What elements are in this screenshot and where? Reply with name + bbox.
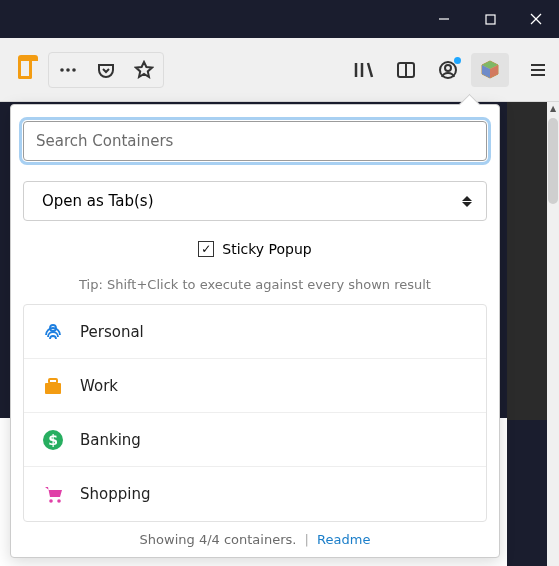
hamburger-icon[interactable] bbox=[523, 55, 553, 85]
container-indicator[interactable] bbox=[6, 53, 44, 87]
background-dark-strip bbox=[507, 102, 547, 420]
readme-link[interactable]: Readme bbox=[317, 532, 370, 547]
container-row-personal[interactable]: Personal bbox=[24, 305, 486, 359]
briefcase-icon bbox=[42, 375, 64, 397]
cart-icon bbox=[42, 483, 64, 505]
window-titlebar bbox=[0, 0, 559, 38]
svg-rect-19 bbox=[49, 379, 57, 383]
scroll-up-icon[interactable]: ▲ bbox=[547, 102, 559, 114]
svg-rect-18 bbox=[45, 383, 61, 394]
pocket-icon[interactable] bbox=[87, 53, 125, 87]
svg-rect-1 bbox=[486, 15, 495, 24]
toolbar-group bbox=[48, 52, 164, 88]
reader-view-icon[interactable] bbox=[387, 53, 425, 87]
tip-text: Tip: Shift+Click to execute against ever… bbox=[23, 277, 487, 292]
svg-point-6 bbox=[72, 68, 76, 72]
container-label: Shopping bbox=[80, 485, 150, 503]
star-icon[interactable] bbox=[125, 53, 163, 87]
container-row-work[interactable]: Work bbox=[24, 359, 486, 413]
overflow-menu-icon[interactable] bbox=[49, 53, 87, 87]
library-icon[interactable] bbox=[345, 53, 383, 87]
scrollbar-thumb[interactable] bbox=[548, 118, 558, 204]
container-row-shopping[interactable]: Shopping bbox=[24, 467, 486, 521]
svg-line-9 bbox=[368, 63, 372, 77]
svg-point-23 bbox=[57, 499, 61, 503]
container-label: Work bbox=[80, 377, 118, 395]
sticky-popup-label: Sticky Popup bbox=[222, 241, 311, 257]
scrollbar-track[interactable]: ▲ bbox=[547, 102, 559, 566]
close-button[interactable] bbox=[513, 0, 559, 38]
svg-point-22 bbox=[49, 499, 53, 503]
notification-dot bbox=[454, 57, 461, 64]
chevron-updown-icon bbox=[462, 196, 472, 207]
container-label: Personal bbox=[80, 323, 144, 341]
containers-popup: Open as Tab(s) ✓ Sticky Popup Tip: Shift… bbox=[10, 104, 500, 558]
containers-list: Personal Work $ Banking Shopping bbox=[23, 304, 487, 522]
fingerprint-icon bbox=[42, 321, 64, 343]
svg-point-4 bbox=[60, 68, 64, 72]
popup-footer: Showing 4/4 containers. | Readme bbox=[23, 532, 487, 547]
account-icon[interactable] bbox=[429, 53, 467, 87]
sticky-popup-row: ✓ Sticky Popup bbox=[23, 241, 487, 257]
footer-status: Showing 4/4 containers. bbox=[140, 532, 297, 547]
select-label: Open as Tab(s) bbox=[42, 192, 154, 210]
page-content: ▲ Open as Tab(s) ✓ Sticky Popup Tip: Shi… bbox=[0, 102, 559, 566]
minimize-button[interactable] bbox=[421, 0, 467, 38]
svg-text:$: $ bbox=[48, 432, 58, 448]
search-input[interactable] bbox=[23, 121, 487, 161]
svg-point-5 bbox=[66, 68, 70, 72]
sticky-popup-checkbox[interactable]: ✓ bbox=[198, 241, 214, 257]
dollar-icon: $ bbox=[42, 429, 64, 451]
container-icon bbox=[18, 61, 32, 79]
containers-extension-button[interactable] bbox=[471, 53, 509, 87]
browser-toolbar bbox=[0, 38, 559, 102]
maximize-button[interactable] bbox=[467, 0, 513, 38]
container-label: Banking bbox=[80, 431, 141, 449]
open-mode-select[interactable]: Open as Tab(s) bbox=[23, 181, 487, 221]
separator: | bbox=[305, 532, 309, 547]
container-row-banking[interactable]: $ Banking bbox=[24, 413, 486, 467]
svg-point-13 bbox=[445, 65, 451, 71]
